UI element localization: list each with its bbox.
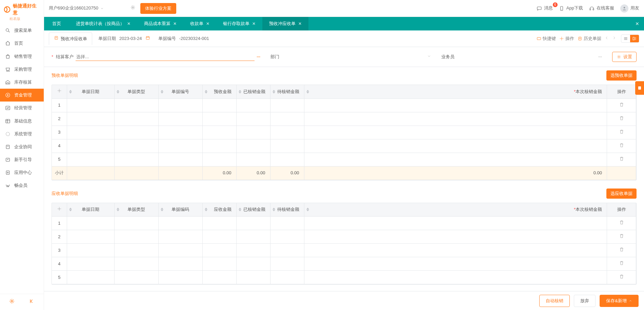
sidebar-item-vip[interactable]: 畅会员: [0, 179, 44, 192]
sidebar-item-home[interactable]: 首页: [0, 37, 44, 50]
tab-home[interactable]: 首页: [44, 17, 69, 30]
col-type[interactable]: 单据类型: [114, 85, 158, 98]
delete-icon[interactable]: [619, 262, 624, 267]
col-settled[interactable]: 已核销金额: [236, 203, 270, 217]
sort-icon[interactable]: [273, 90, 275, 94]
tab-item-active[interactable]: 预收冲应收单✕: [262, 17, 308, 30]
messages-link[interactable]: 消息 6: [537, 5, 553, 11]
view-list-icon[interactable]: [621, 35, 630, 42]
prev-doc-icon[interactable]: [605, 36, 609, 42]
col-type[interactable]: 单据类型: [114, 203, 158, 217]
col-this[interactable]: *本次核销金额: [304, 85, 607, 98]
sort-icon[interactable]: [205, 207, 207, 212]
customer-picker-icon[interactable]: ···: [257, 54, 260, 60]
col-no[interactable]: 单据编号: [158, 85, 202, 98]
calendar-icon[interactable]: [145, 36, 150, 42]
sidebar-item-sales[interactable]: 销售管理: [0, 50, 44, 63]
col-code[interactable]: 单据编码: [158, 203, 202, 217]
next-doc-icon[interactable]: [612, 36, 616, 42]
company-settings-icon[interactable]: [130, 5, 136, 12]
view-detail-icon[interactable]: [630, 35, 639, 42]
delete-icon[interactable]: [619, 103, 624, 108]
tab-close-icon[interactable]: ✕: [252, 21, 256, 27]
delete-icon[interactable]: [619, 235, 624, 240]
col-date[interactable]: 单据日期: [67, 203, 114, 217]
col-settings-icon[interactable]: [52, 85, 67, 98]
sort-icon[interactable]: [306, 90, 309, 94]
sort-icon[interactable]: [239, 90, 241, 94]
table-row[interactable]: 1: [52, 217, 636, 230]
sidebar-item-purchase[interactable]: 采购管理: [0, 63, 44, 76]
table-row[interactable]: 1: [52, 98, 636, 112]
delete-icon[interactable]: [619, 221, 624, 226]
sort-icon[interactable]: [205, 90, 207, 94]
table-row[interactable]: 5: [52, 153, 636, 166]
table-row[interactable]: 2: [52, 230, 636, 244]
page-settings-button[interactable]: 设置: [612, 52, 637, 62]
doc-date-value[interactable]: 2023-03-24: [119, 36, 142, 42]
company-selector[interactable]: 用户690企业1660120750: [49, 5, 127, 11]
shortcut-link[interactable]: 快捷键: [537, 36, 556, 42]
sort-icon[interactable]: [117, 207, 119, 212]
sidebar-item-inventory[interactable]: 库存核算: [0, 76, 44, 89]
delete-icon[interactable]: [619, 130, 624, 135]
sidebar-item-system[interactable]: 系统管理: [0, 128, 44, 140]
discard-button[interactable]: 放弃: [574, 295, 596, 307]
history-link[interactable]: 历史单据: [578, 36, 601, 42]
tab-item[interactable]: 收款单✕: [183, 17, 216, 30]
table-row[interactable]: 4: [52, 139, 636, 153]
sort-icon[interactable]: [69, 207, 72, 212]
sort-icon[interactable]: [273, 207, 275, 212]
sort-icon[interactable]: [117, 90, 119, 94]
auto-settle-button[interactable]: 自动核销: [539, 295, 570, 307]
operate-link[interactable]: 操作: [559, 36, 574, 42]
choose-receivable-button[interactable]: 选应收单据: [606, 189, 637, 199]
tab-item[interactable]: 进货单统计表（按商品）✕: [69, 17, 137, 30]
sidebar-item-guide[interactable]: 新手引导: [0, 153, 44, 166]
dept-input[interactable]: [281, 53, 425, 61]
table-row[interactable]: 3: [52, 244, 636, 257]
app-download-link[interactable]: App下载: [559, 5, 583, 11]
col-date[interactable]: 单据日期: [67, 85, 114, 98]
table-row[interactable]: 2: [52, 112, 636, 126]
col-pending[interactable]: 待核销金额: [270, 203, 304, 217]
col-receivable[interactable]: 应收金额: [202, 203, 236, 217]
save-new-button[interactable]: 保存&新增: [600, 295, 639, 307]
staff-input[interactable]: [457, 53, 596, 61]
tab-close-icon[interactable]: ✕: [127, 21, 130, 27]
delete-icon[interactable]: [619, 117, 624, 122]
table-row[interactable]: 4: [52, 257, 636, 271]
sidebar-item-funds[interactable]: 资金管理: [0, 89, 44, 102]
tab-close-icon[interactable]: ✕: [298, 21, 302, 27]
staff-picker-icon[interactable]: ···: [598, 54, 602, 60]
col-settled[interactable]: 已核销金额: [236, 85, 270, 98]
tab-item[interactable]: 商品成本重算✕: [137, 17, 183, 30]
sort-icon[interactable]: [306, 207, 309, 212]
table-row[interactable]: 3: [52, 126, 636, 139]
sidebar-settings-icon[interactable]: [9, 298, 15, 306]
col-pending[interactable]: 待核销金额: [270, 85, 304, 98]
sort-icon[interactable]: [161, 207, 163, 212]
sidebar-item-basic[interactable]: 基础信息: [0, 115, 44, 128]
sort-icon[interactable]: [239, 207, 241, 212]
tab-item[interactable]: 银行存取款单✕: [216, 17, 262, 30]
sidebar-item-collab[interactable]: 企业协同: [0, 140, 44, 153]
delete-icon[interactable]: [619, 144, 624, 149]
delete-icon[interactable]: [619, 248, 624, 253]
chevron-down-icon[interactable]: [427, 54, 431, 60]
delete-icon[interactable]: [619, 275, 624, 280]
sort-icon[interactable]: [161, 90, 163, 94]
delete-icon[interactable]: [619, 157, 624, 162]
col-settings-icon[interactable]: [52, 203, 67, 217]
tab-close-icon[interactable]: ✕: [173, 21, 177, 27]
sidebar-collapse-icon[interactable]: [29, 298, 35, 306]
table-row[interactable]: 5: [52, 271, 636, 284]
customer-input[interactable]: [76, 53, 255, 61]
sidebar-item-appcenter[interactable]: 应用中心: [0, 166, 44, 179]
sidebar-item-search[interactable]: 搜索菜单: [0, 24, 44, 37]
close-all-tabs[interactable]: [630, 17, 644, 30]
choose-prepay-button[interactable]: 选预收单据: [606, 70, 637, 81]
tab-close-icon[interactable]: ✕: [206, 21, 209, 27]
sort-icon[interactable]: [69, 90, 72, 94]
user-menu[interactable]: 用友: [620, 4, 639, 13]
